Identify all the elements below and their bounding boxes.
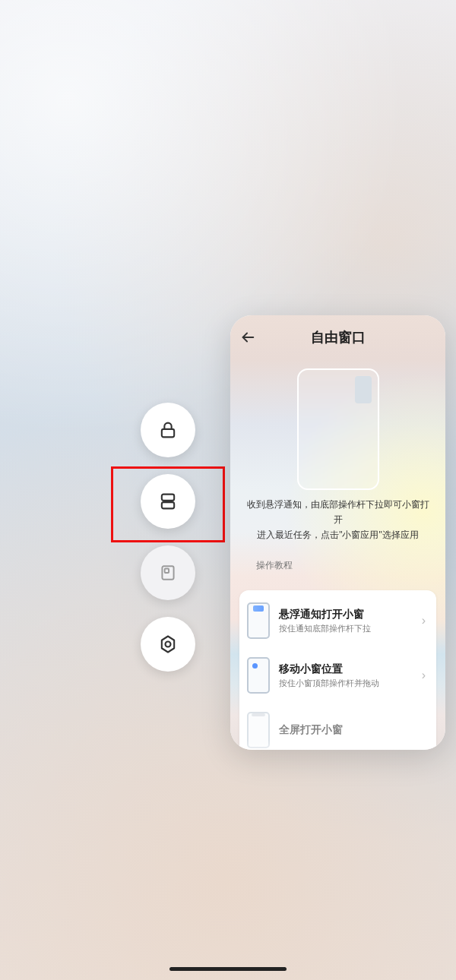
intro-line-2: 进入最近任务，点击"小窗应用"选择应用 <box>244 528 432 543</box>
tutorial-title-1: 悬浮通知打开小窗 <box>279 608 419 621</box>
tutorial-thumb-1 <box>247 602 270 639</box>
settings-icon <box>157 634 179 655</box>
tutorial-item-1[interactable]: 悬浮通知打开小窗 按住通知底部操作杆下拉 › <box>239 593 436 648</box>
floating-window-button[interactable] <box>141 545 195 600</box>
svg-rect-2 <box>162 502 174 508</box>
svg-point-6 <box>166 642 171 647</box>
tutorial-section: 悬浮通知打开小窗 按住通知底部操作杆下拉 › 移动小窗位置 按住小窗顶部操作杆并… <box>239 590 436 750</box>
tutorial-title-3: 全屏打开小窗 <box>279 723 429 737</box>
tutorial-subtitle-2: 按住小窗顶部操作杆并拖动 <box>279 678 419 689</box>
chevron-right-icon: › <box>419 614 429 628</box>
home-indicator[interactable] <box>169 967 287 971</box>
tutorial-thumb-3 <box>247 712 270 748</box>
card-header: 自由窗口 <box>230 315 445 359</box>
back-button[interactable] <box>239 329 256 349</box>
chevron-right-icon: › <box>419 669 429 682</box>
lock-icon <box>157 419 179 441</box>
split-screen-button[interactable] <box>141 474 195 529</box>
settings-button[interactable] <box>141 617 195 672</box>
hero-illustration-wrap <box>230 359 445 490</box>
intro-text: 收到悬浮通知，由底部操作杆下拉即可小窗打开 进入最近任务，点击"小窗应用"选择应… <box>230 490 445 542</box>
recent-app-card[interactable]: 自由窗口 收到悬浮通知，由底部操作杆下拉即可小窗打开 进入最近任务，点击"小窗应… <box>230 315 445 750</box>
split-icon <box>157 491 179 512</box>
section-title: 操作教程 <box>244 559 445 577</box>
tutorial-item-3[interactable]: 全屏打开小窗 <box>239 703 436 750</box>
tutorial-title-2: 移动小窗位置 <box>279 662 419 676</box>
tutorial-item-2[interactable]: 移动小窗位置 按住小窗顶部操作杆并拖动 › <box>239 648 436 703</box>
card-title: 自由窗口 <box>230 315 445 359</box>
svg-marker-5 <box>162 637 174 653</box>
svg-rect-4 <box>165 569 169 573</box>
svg-rect-0 <box>162 429 174 438</box>
svg-rect-1 <box>162 495 174 501</box>
window-icon <box>158 563 178 583</box>
intro-line-1: 收到悬浮通知，由底部操作杆下拉即可小窗打开 <box>244 498 432 528</box>
hero-illustration <box>297 368 379 490</box>
task-action-column <box>111 403 225 688</box>
lock-button[interactable] <box>141 403 195 457</box>
tutorial-subtitle-1: 按住通知底部操作杆下拉 <box>279 623 419 634</box>
tutorial-thumb-2 <box>247 657 270 694</box>
back-icon <box>239 329 256 346</box>
